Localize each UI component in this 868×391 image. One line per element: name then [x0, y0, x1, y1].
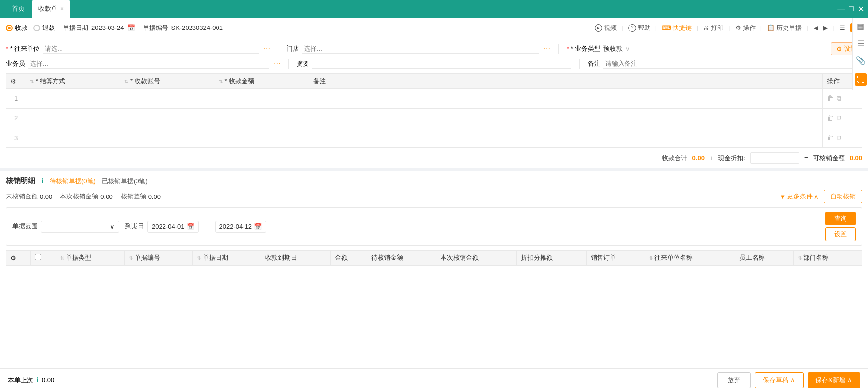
- staff-input[interactable]: [28, 59, 269, 69]
- verify-value: 0.00: [850, 154, 862, 162]
- row-settle-1[interactable]: [26, 89, 120, 109]
- store-input[interactable]: [302, 44, 539, 54]
- row-account-1[interactable]: [120, 89, 215, 109]
- store-more-icon[interactable]: ···: [544, 44, 550, 53]
- plus-sign: +: [709, 154, 713, 162]
- date-value[interactable]: 2023-03-24: [91, 24, 124, 31]
- copy-icon-3[interactable]: ⧉: [837, 134, 841, 142]
- bt-col-checkbox[interactable]: [31, 251, 56, 266]
- discard-button[interactable]: 放弃: [717, 372, 751, 388]
- history-label: 历史单据: [776, 24, 802, 32]
- shortcut-btn[interactable]: ⌨ 快捷键: [662, 24, 692, 32]
- bt-col-settings[interactable]: ⚙: [6, 251, 31, 266]
- restore-icon[interactable]: □: [849, 4, 854, 14]
- discount-input[interactable]: [750, 152, 799, 164]
- bt-gear-icon: ⚙: [10, 254, 16, 262]
- save-new-button[interactable]: 保存&新增 ∧: [808, 372, 860, 388]
- list-btn[interactable]: ☰: [840, 24, 845, 31]
- gear-icon: ⚙: [836, 45, 842, 53]
- date-from[interactable]: 2022-04-01 📅: [147, 221, 199, 233]
- bottom-table-wrap: ⚙ ⇅ 单据类型 ⇅ 单据编号: [6, 250, 862, 266]
- row-amount-3[interactable]: [215, 128, 309, 148]
- sidebar-list-icon[interactable]: ☰: [857, 39, 864, 48]
- query-button[interactable]: 查询: [825, 212, 856, 225]
- row-amount-1[interactable]: [215, 89, 309, 109]
- current-label: 本单上次: [8, 376, 33, 385]
- sidebar-screenshot-icon[interactable]: ⛶: [855, 73, 867, 86]
- calendar-icon[interactable]: 📅: [127, 24, 135, 31]
- help-btn[interactable]: ? 帮助: [628, 24, 651, 32]
- counterpart-more-icon[interactable]: ···: [264, 44, 270, 53]
- save-draft-button[interactable]: 保存草稿 ∧: [755, 372, 804, 388]
- counterpart-input[interactable]: [43, 44, 258, 54]
- row-settle-2[interactable]: [26, 109, 120, 128]
- op-icons-2: 🗑 ⧉: [827, 114, 858, 122]
- video-btn[interactable]: ▶ 视频: [595, 24, 617, 32]
- tab-pending[interactable]: 待核销单据(0笔): [50, 177, 96, 186]
- sep2: |: [655, 24, 657, 31]
- calendar-from-icon: 📅: [187, 223, 194, 230]
- delete-icon-2[interactable]: 🗑: [827, 114, 834, 122]
- row-remark-3[interactable]: [309, 128, 823, 148]
- video-icon: ▶: [595, 24, 602, 32]
- row-index-1: 1: [6, 89, 26, 109]
- history-btn[interactable]: 📋 历史单据: [767, 24, 802, 32]
- sidebar-table-icon[interactable]: ▦: [857, 22, 864, 31]
- copy-icon-2[interactable]: ⧉: [837, 114, 841, 122]
- tab-active[interactable]: 收款单 ×: [32, 0, 70, 18]
- row-account-3[interactable]: [120, 128, 215, 148]
- settings-gear-icon: ⚙: [10, 78, 16, 85]
- table-footer: 收款合计 0.00 + 现金折扣: = 可核销金额 0.00: [0, 148, 868, 168]
- sep1: |: [622, 24, 623, 31]
- copy-icon-1[interactable]: ⧉: [837, 94, 841, 103]
- row-ops-3: 🗑 ⧉: [823, 128, 862, 148]
- hexiao-summary: 未核销金额 0.00 本次核销金额 0.00 核销差额 0.00 ▼ 更多条件 …: [6, 190, 862, 203]
- col-settings-header[interactable]: ⚙: [6, 74, 26, 89]
- delete-icon-3[interactable]: 🗑: [827, 134, 834, 142]
- history-icon: 📋: [767, 24, 775, 31]
- radio-receive[interactable]: 收款: [6, 24, 27, 32]
- range-select[interactable]: ∨: [41, 221, 119, 233]
- select-all-checkbox[interactable]: [35, 254, 41, 260]
- date-to[interactable]: 2022-04-12 📅: [215, 221, 267, 233]
- form-row-1: * * 往来单位 ··· 门店 ··· * * 业务类型 预收款: [6, 42, 862, 55]
- close-window-icon[interactable]: ✕: [858, 4, 864, 14]
- row-remark-1[interactable]: [309, 89, 823, 109]
- more-conditions-btn[interactable]: ▼ 更多条件 ∧: [779, 192, 819, 201]
- staff-label: 业务员: [6, 59, 25, 68]
- hexiao-section: 核销明细 ℹ 待核销单据(0笔) 已核销单据(0笔) 未核销金额 0.00 本次…: [0, 171, 868, 271]
- help-label: 帮助: [638, 24, 651, 32]
- operate-label: 操作: [743, 24, 756, 32]
- duedate-label: 到期日: [125, 222, 144, 231]
- tab-close-icon[interactable]: ×: [60, 0, 64, 18]
- operate-btn[interactable]: ⚙ 操作: [735, 24, 756, 32]
- row-remark-2[interactable]: [309, 109, 823, 128]
- row-account-2[interactable]: [120, 109, 215, 128]
- table-row: 1 🗑 ⧉: [6, 89, 862, 109]
- section-divider: [0, 168, 868, 171]
- row-settle-3[interactable]: [26, 128, 120, 148]
- print-btn[interactable]: 🖨 打印: [703, 24, 724, 32]
- sidebar-clip-icon[interactable]: 📎: [856, 56, 866, 65]
- auto-verify-btn[interactable]: 自动核销: [824, 190, 862, 203]
- delete-icon-1[interactable]: 🗑: [827, 94, 834, 103]
- summary-input[interactable]: [312, 59, 571, 69]
- total-label: 收款合计: [662, 154, 687, 163]
- row-amount-2[interactable]: [215, 109, 309, 128]
- tab-verified[interactable]: 已核销单据(0笔): [102, 177, 148, 186]
- prev-btn[interactable]: ◀: [814, 24, 818, 31]
- remark-input[interactable]: [603, 59, 862, 69]
- biztype-arrow-icon[interactable]: ∨: [625, 45, 630, 53]
- sep6: |: [807, 24, 808, 31]
- radio-refund[interactable]: 退款: [33, 24, 55, 32]
- divider3: [288, 59, 289, 69]
- staff-more-icon[interactable]: ···: [274, 59, 280, 68]
- radio-dot-receive: [6, 25, 13, 31]
- total-value: 0.00: [692, 154, 705, 162]
- right-sidebar: ▦ ☰ 📎 ⛶: [852, 18, 868, 90]
- filter-row: 单据范围 ∨ 到期日 2022-04-01 📅 — 2022-04-12 📅: [6, 207, 862, 246]
- next-btn[interactable]: ▶: [823, 24, 828, 31]
- filter-settings-button[interactable]: 设置: [825, 227, 856, 241]
- tab-home[interactable]: 首页: [4, 0, 32, 18]
- minimize-icon[interactable]: —: [837, 4, 845, 14]
